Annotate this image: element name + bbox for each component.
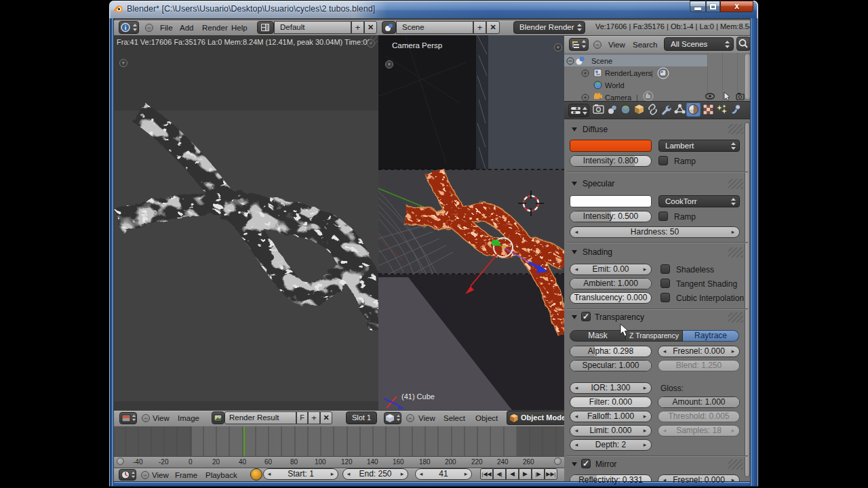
svg-text:Scene: Scene xyxy=(591,57,612,65)
svg-text:World: World xyxy=(605,81,625,89)
svg-text:|: | xyxy=(651,69,653,77)
svg-text:RenderLayers: RenderLayers xyxy=(605,69,652,77)
svg-text:i: i xyxy=(125,24,127,31)
svg-text:Camera: Camera xyxy=(605,94,632,101)
svg-text:(41) Cube: (41) Cube xyxy=(401,392,435,401)
svg-text:|: | xyxy=(636,94,638,101)
